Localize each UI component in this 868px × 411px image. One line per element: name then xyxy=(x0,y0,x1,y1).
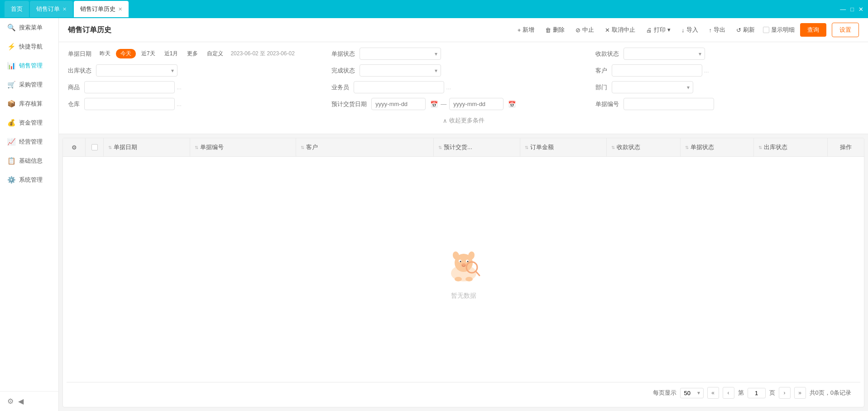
customer-input[interactable] xyxy=(612,64,702,77)
order-no-input[interactable] xyxy=(623,98,714,110)
cancel-stop-button[interactable]: ✕ 取消中止 xyxy=(602,24,638,36)
purchase-mgmt-icon: 🛒 xyxy=(7,81,15,89)
per-page-select-wrapper: 20 50 100 200 xyxy=(680,388,704,398)
th-sort-date-icon[interactable]: ⇅ xyxy=(108,145,112,150)
finance-icon: 💰 xyxy=(7,119,15,127)
next-page-btn[interactable]: › xyxy=(779,387,791,399)
date-1month[interactable]: 近1月 xyxy=(161,49,182,58)
tab-sales-order-history-label: 销售订单历史 xyxy=(80,5,115,13)
sidebar-item-sales-mgmt[interactable]: 📊 销售管理 xyxy=(0,56,58,75)
window-minimize-btn[interactable]: — xyxy=(840,6,846,13)
header-checkbox[interactable] xyxy=(91,144,98,150)
delivery-date-start[interactable] xyxy=(371,98,426,110)
toolbar: + 新增 🗑 删除 ⊘ 中止 ✕ 取消中止 🖨 打印 ▾ xyxy=(515,23,859,37)
warehouse-input[interactable] xyxy=(84,98,175,110)
date-more[interactable]: 更多 xyxy=(183,49,201,58)
customer-dots[interactable]: ... xyxy=(704,67,709,74)
add-button[interactable]: + 新增 xyxy=(515,24,537,36)
dept-select[interactable] xyxy=(612,81,693,93)
tab-sales-order-history[interactable]: 销售订单历史 ✕ xyxy=(74,1,129,17)
top-bar-right: — □ ✕ xyxy=(840,6,863,13)
filter-dept-section: 部门 xyxy=(595,81,859,93)
th-check xyxy=(86,138,104,156)
sidebar-item-purchase-mgmt[interactable]: 🛒 采购管理 xyxy=(0,75,58,94)
page-number-input[interactable]: 1 xyxy=(748,388,766,398)
sidebar-item-quick-nav[interactable]: ⚡ 快捷导航 xyxy=(0,37,58,56)
prev-page-btn[interactable]: ‹ xyxy=(723,387,734,399)
tab-home-label: 首页 xyxy=(11,5,23,13)
sidebar-item-system[interactable]: ⚙️ 系统管理 xyxy=(0,170,58,189)
settings-col-icon: ⚙ xyxy=(72,144,77,151)
date-7days[interactable]: 近7天 xyxy=(138,49,159,58)
collapse-more-btn[interactable]: ∧ 收起更多条件 xyxy=(68,115,859,128)
th-sort-no-icon[interactable]: ⇅ xyxy=(195,145,198,150)
goods-dots[interactable]: ... xyxy=(177,84,182,91)
table-header: ⚙ ⇅ 单据日期 ⇅ 单据编号 ⇅ 客户 ⇅ xyxy=(63,138,864,157)
refresh-button[interactable]: ↺ 刷新 xyxy=(734,24,758,36)
payment-status-select[interactable] xyxy=(623,48,705,60)
first-page-btn[interactable]: « xyxy=(707,387,719,399)
complete-status-select-wrapper xyxy=(360,64,441,77)
salesman-dots[interactable]: ... xyxy=(446,84,451,91)
order-status-select[interactable] xyxy=(360,48,441,60)
calendar-start-icon[interactable]: 📅 xyxy=(430,101,438,108)
complete-status-select[interactable] xyxy=(360,64,441,77)
import-button[interactable]: ↓ 导入 xyxy=(679,24,701,36)
calendar-end-icon[interactable]: 📅 xyxy=(508,101,516,108)
last-page-btn[interactable]: » xyxy=(794,387,806,399)
display-detail-label: 显示明细 xyxy=(771,26,795,34)
customer-control: ... xyxy=(612,64,850,77)
th-no: ⇅ 单据编号 xyxy=(190,138,296,156)
th-sort-customer-icon[interactable]: ⇅ xyxy=(301,145,304,150)
th-sort-order-status-icon[interactable]: ⇅ xyxy=(685,145,689,150)
print-button[interactable]: 🖨 打印 ▾ xyxy=(643,24,673,36)
complete-status-control xyxy=(360,64,586,77)
th-date: ⇅ 单据日期 xyxy=(104,138,190,156)
filter-area: 单据日期 昨天 今天 近7天 近1月 更多 自定义 2023-06-02 至 2… xyxy=(59,42,868,134)
export-button[interactable]: ↑ 导出 xyxy=(706,24,729,36)
window-maximize-btn[interactable]: □ xyxy=(850,6,854,13)
sidebar-item-purchase-mgmt-label: 采购管理 xyxy=(19,81,43,89)
window-close-btn[interactable]: ✕ xyxy=(858,6,863,13)
sidebar-item-inventory[interactable]: 📦 库存核算 xyxy=(0,94,58,113)
th-sort-payment-icon[interactable]: ⇅ xyxy=(611,145,615,150)
th-sort-out-status-icon[interactable]: ⇅ xyxy=(758,145,762,150)
th-sort-amount-icon[interactable]: ⇅ xyxy=(525,145,528,150)
sidebar-item-basic-info[interactable]: 📋 基础信息 xyxy=(0,151,58,170)
settings-button[interactable]: 设置 xyxy=(832,23,859,37)
warehouse-dots[interactable]: ... xyxy=(177,101,182,107)
tab-sales-order[interactable]: 销售订单 ✕ xyxy=(30,1,73,17)
salesman-input[interactable] xyxy=(354,81,444,93)
order-status-control xyxy=(360,48,586,60)
sidebar-settings-icon[interactable]: ⚙ xyxy=(7,397,14,406)
goods-input[interactable] xyxy=(84,81,175,93)
stop-button[interactable]: ⊘ 中止 xyxy=(573,24,597,36)
payment-status-control xyxy=(623,48,850,60)
date-custom[interactable]: 自定义 xyxy=(203,49,227,58)
tab-home[interactable]: 首页 xyxy=(5,1,29,17)
filter-row-2: 出库状态 完成状态 xyxy=(68,64,859,77)
date-filter-label: 单据日期 xyxy=(68,50,91,58)
sidebar-item-finance[interactable]: 💰 资金管理 xyxy=(0,113,58,132)
query-button[interactable]: 查询 xyxy=(800,23,826,37)
tab-sales-order-close[interactable]: ✕ xyxy=(62,6,67,12)
per-page-select[interactable]: 20 50 100 200 xyxy=(680,388,704,398)
date-today[interactable]: 今天 xyxy=(116,49,136,58)
filter-out-status-section: 出库状态 xyxy=(68,64,331,77)
date-yesterday[interactable]: 昨天 xyxy=(96,49,114,58)
stop-icon: ⊘ xyxy=(575,27,580,34)
th-settings[interactable]: ⚙ xyxy=(63,138,86,156)
th-sort-delivery-icon[interactable]: ⇅ xyxy=(438,145,442,150)
sidebar-item-search-menu[interactable]: 🔍 搜索菜单 xyxy=(0,18,58,37)
sidebar: 🔍 搜索菜单 ⚡ 快捷导航 📊 销售管理 🛒 采购管理 📦 库存核算 💰 资金管… xyxy=(0,18,59,411)
sidebar-collapse-icon[interactable]: ◀ xyxy=(18,397,24,406)
delete-button[interactable]: 🗑 删除 xyxy=(542,24,567,36)
delivery-date-end[interactable] xyxy=(449,98,504,110)
salesman-label: 业务员 xyxy=(331,83,349,92)
out-status-select[interactable] xyxy=(96,64,177,77)
display-detail-checkbox[interactable] xyxy=(763,27,769,33)
date-quick-buttons: 昨天 今天 近7天 近1月 更多 自定义 xyxy=(96,49,227,58)
tab-sales-order-history-close[interactable]: ✕ xyxy=(118,6,122,12)
sidebar-item-operations[interactable]: 📈 经营管理 xyxy=(0,132,58,151)
date-filter-control: 昨天 今天 近7天 近1月 更多 自定义 2023-06-02 至 2023-0… xyxy=(96,49,322,58)
